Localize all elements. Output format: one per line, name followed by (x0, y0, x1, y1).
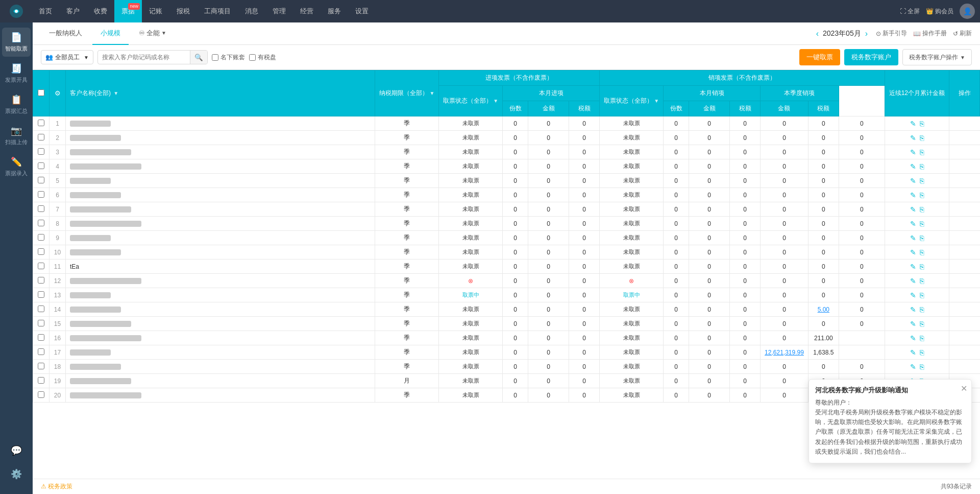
edit-btn[interactable]: ✎ (910, 205, 916, 214)
edit-btn[interactable]: ✎ (910, 305, 916, 314)
edit-btn[interactable]: ✎ (910, 263, 916, 271)
manual-btn[interactable]: 📖 操作手册 (913, 29, 947, 38)
copy-btn[interactable]: ⎘ (920, 234, 924, 242)
row-checkbox[interactable] (38, 120, 44, 126)
search-input[interactable] (98, 54, 190, 61)
row-checkbox[interactable] (38, 391, 44, 398)
sidebar-item-config[interactable]: ⚙️ (2, 464, 31, 484)
nav-business[interactable]: 工商项目 (197, 0, 238, 22)
edit-btn[interactable]: ✎ (910, 234, 916, 242)
nav-home[interactable]: 首页 (32, 0, 59, 22)
edit-btn[interactable]: ✎ (910, 120, 916, 128)
prev-month-btn[interactable]: ‹ (816, 29, 819, 38)
tab-all-round[interactable]: ♾ 全能 ▼ (131, 22, 175, 45)
row-checkbox[interactable] (38, 248, 44, 255)
copy-btn[interactable]: ⎘ (920, 162, 924, 171)
sidebar-item-chat[interactable]: 💬 (2, 441, 31, 460)
copy-btn[interactable]: ⎘ (920, 305, 924, 314)
row-checkbox[interactable] (38, 177, 44, 183)
edit-btn[interactable]: ✎ (910, 220, 916, 228)
copy-btn[interactable]: ⎘ (920, 291, 924, 299)
tab-general-taxpayer[interactable]: 一般纳税人 (41, 22, 90, 45)
row-checkbox[interactable] (38, 305, 44, 312)
copy-btn[interactable]: ⎘ (920, 205, 924, 214)
row-checkbox[interactable] (38, 263, 44, 269)
accounts-checkbox[interactable] (212, 54, 218, 61)
next-month-btn[interactable]: › (865, 29, 868, 38)
tab-small-scale[interactable]: 小规模 (92, 22, 129, 45)
row-checkbox[interactable] (38, 234, 44, 241)
edit-btn[interactable]: ✎ (910, 277, 916, 285)
checkbox-accounts[interactable]: 名下账套 (212, 53, 245, 62)
copy-btn[interactable]: ⎘ (920, 348, 924, 357)
nav-manage[interactable]: 管理 (265, 0, 293, 22)
copy-btn[interactable]: ⎘ (920, 220, 924, 228)
tax-digital-account-op-btn[interactable]: 税务数字账户操作 ▼ (902, 49, 972, 65)
row-checkbox[interactable] (38, 191, 44, 198)
nav-customer[interactable]: 客户 (59, 0, 87, 22)
edit-btn[interactable]: ✎ (910, 363, 916, 371)
tax-digital-account-btn[interactable]: 税务数字账户 (844, 49, 898, 65)
copy-btn[interactable]: ⎘ (920, 134, 924, 142)
edit-btn[interactable]: ✎ (910, 191, 916, 199)
nav-operation[interactable]: 经营 (293, 0, 321, 22)
edit-btn[interactable]: ✎ (910, 134, 916, 142)
row-checkbox[interactable] (38, 377, 44, 384)
copy-btn[interactable]: ⎘ (920, 148, 924, 156)
row-checkbox[interactable] (38, 134, 44, 140)
fullscreen-btn[interactable]: ⛶ 全屏 (900, 7, 920, 16)
member-btn[interactable]: 👑 购会员 (926, 7, 953, 16)
checkbox-taxpad[interactable]: 有税盘 (249, 53, 276, 62)
notification-close-btn[interactable]: ✕ (961, 384, 967, 393)
edit-btn[interactable]: ✎ (910, 248, 916, 256)
nav-message[interactable]: 消息 (238, 0, 265, 22)
sidebar-item-smart-ticket[interactable]: 📄 智能取票 (2, 28, 31, 57)
edit-btn[interactable]: ✎ (910, 348, 916, 357)
edit-btn[interactable]: ✎ (910, 334, 916, 342)
copy-btn[interactable]: ⎘ (920, 363, 924, 371)
sidebar-item-invoice-issue[interactable]: 🧾 发票开具 (2, 59, 31, 88)
edit-btn[interactable]: ✎ (910, 291, 916, 299)
row-checkbox[interactable] (38, 162, 44, 169)
row-checkbox[interactable] (38, 205, 44, 212)
row-checkbox[interactable] (38, 334, 44, 341)
sidebar-item-scan-upload[interactable]: 📷 扫描上传 (2, 121, 31, 150)
sidebar-item-ticket-entry[interactable]: ✏️ 票据录入 (2, 152, 31, 181)
edit-btn[interactable]: ✎ (910, 162, 916, 171)
taxpad-checkbox[interactable] (249, 54, 256, 61)
row-checkbox[interactable] (38, 363, 44, 369)
row-checkbox[interactable] (38, 220, 44, 226)
nav-bookkeeping[interactable]: 记账 (142, 0, 169, 22)
nav-tax[interactable]: 报税 (169, 0, 197, 22)
copy-btn[interactable]: ⎘ (920, 177, 924, 185)
copy-btn[interactable]: ⎘ (920, 277, 924, 285)
row-checkbox[interactable] (38, 277, 44, 284)
copy-btn[interactable]: ⎘ (920, 334, 924, 342)
employee-filter[interactable]: 👥 全部员工 ▼ (41, 50, 93, 64)
search-button[interactable]: 🔍 (190, 50, 207, 64)
sidebar-item-ticket-summary[interactable]: 📋 票据汇总 (2, 90, 31, 119)
edit-btn[interactable]: ✎ (910, 320, 916, 328)
copy-btn[interactable]: ⎘ (920, 120, 924, 128)
tax-policy-link[interactable]: ⚠ 税务政策 (41, 482, 72, 491)
copy-btn[interactable]: ⎘ (920, 248, 924, 256)
nav-service[interactable]: 服务 (321, 0, 348, 22)
edit-btn[interactable]: ✎ (910, 148, 916, 156)
nav-fee[interactable]: 收费 (87, 0, 114, 22)
row-checkbox[interactable] (38, 148, 44, 155)
select-all-checkbox[interactable] (38, 89, 44, 96)
gear-icon[interactable]: ⚙ (55, 89, 61, 97)
edit-btn[interactable]: ✎ (910, 177, 916, 185)
copy-btn[interactable]: ⎘ (920, 191, 924, 199)
copy-btn[interactable]: ⎘ (920, 320, 924, 328)
row-checkbox[interactable] (38, 348, 44, 355)
new-guide-btn[interactable]: ⊙ 新手引导 (876, 29, 907, 38)
user-avatar[interactable]: 👤 (960, 4, 975, 19)
nav-ticket[interactable]: 票据 new (114, 0, 142, 22)
row-checkbox[interactable] (38, 320, 44, 326)
one-click-ticket-btn[interactable]: 一键取票 (799, 49, 840, 65)
row-checkbox[interactable] (38, 291, 44, 298)
copy-btn[interactable]: ⎘ (920, 263, 924, 271)
refresh-btn[interactable]: ↺ 刷新 (953, 29, 972, 38)
nav-settings[interactable]: 设置 (348, 0, 376, 22)
